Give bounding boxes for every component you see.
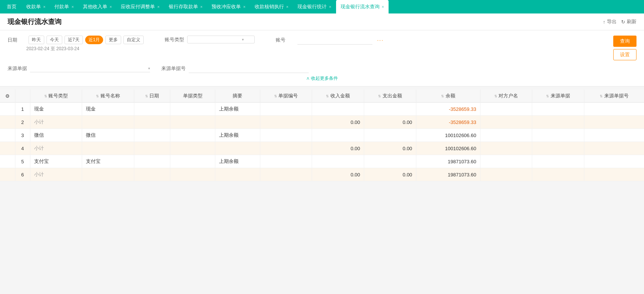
- col-date[interactable]: ⇅ 日期: [134, 90, 170, 103]
- cell-doc-type: [170, 116, 215, 129]
- date-btn-7days[interactable]: 近7天: [65, 36, 83, 44]
- col-expense[interactable]: ⇅ 支出金额: [364, 90, 416, 103]
- col-doc-no[interactable]: ⇅ 单据编号: [260, 90, 312, 103]
- gear-icon: ⚙: [5, 93, 10, 99]
- date-btn-yesterday[interactable]: 昨天: [29, 36, 44, 44]
- cell-doc-type: [170, 168, 215, 181]
- close-icon[interactable]: ×: [71, 4, 74, 9]
- cell-doc-no: [260, 168, 312, 181]
- cell-source-doc-no: [584, 103, 644, 116]
- account-no-ellipsis[interactable]: ···: [375, 37, 385, 43]
- col-doc-type: 单据类型: [170, 90, 215, 103]
- cell-counterpart: [480, 103, 532, 116]
- cell-account-name: 微信: [82, 129, 134, 142]
- refresh-icon: ↻: [621, 19, 625, 25]
- nav-item-5[interactable]: 预收冲应收单 ×: [207, 0, 250, 13]
- cell-counterpart: [480, 129, 532, 142]
- cell-income: 0.00: [312, 142, 364, 155]
- nav-item-0[interactable]: 收款单 ×: [22, 0, 50, 13]
- col-account-type[interactable]: ⇅ 账号类型: [30, 90, 82, 103]
- settings-button[interactable]: 设置: [613, 49, 636, 60]
- col-counterpart[interactable]: ⇅ 对方户名: [480, 90, 532, 103]
- cell-source-doc: [532, 103, 584, 116]
- cell-source-doc-no: [584, 116, 644, 129]
- cell-summary: [215, 142, 260, 155]
- sort-icon: ⇅: [378, 94, 381, 98]
- close-icon[interactable]: ×: [110, 4, 112, 9]
- col-summary: 摘要: [215, 90, 260, 103]
- action-buttons: 查询 设置: [613, 36, 636, 60]
- cell-settings: [0, 155, 15, 168]
- source-doc-label: 来源单据: [8, 65, 27, 72]
- close-icon[interactable]: ×: [43, 4, 45, 9]
- source-doc-no-label: 来源单据号: [161, 65, 186, 72]
- cell-num: 4: [15, 142, 30, 155]
- nav-item-4[interactable]: 银行存取款单 ×: [164, 0, 207, 13]
- source-doc-filter: 来源单据 ▾: [8, 65, 150, 72]
- sort-icon: ⇅: [44, 94, 47, 98]
- cell-counterpart: [480, 142, 532, 155]
- col-income[interactable]: ⇅ 收入金额: [312, 90, 364, 103]
- sort-icon: ⇅: [600, 94, 603, 98]
- cell-counterpart: [480, 168, 532, 181]
- cell-balance: 19871073.60: [416, 168, 480, 181]
- nav-item-2[interactable]: 其他收入单 ×: [78, 0, 116, 13]
- cell-account-type: 支付宝: [30, 155, 82, 168]
- close-icon[interactable]: ×: [329, 4, 331, 9]
- source-doc-no-input[interactable]: [189, 64, 309, 73]
- date-btn-custom[interactable]: 自定义: [123, 36, 144, 44]
- account-type-filter: 账号类型 ▾: [165, 36, 255, 43]
- sort-icon: ⇅: [96, 94, 99, 98]
- cell-source-doc-no: [584, 168, 644, 181]
- collapse-label: 收起更多条件: [311, 76, 338, 81]
- cell-balance: -3528659.33: [416, 103, 480, 116]
- query-button[interactable]: 查询: [613, 36, 636, 47]
- sort-icon: ⇅: [494, 94, 497, 98]
- table-row: 2小计0.000.00-3528659.33: [0, 116, 644, 129]
- export-button[interactable]: ↑ 导出: [603, 18, 617, 25]
- nav-item-1[interactable]: 付款单 ×: [50, 0, 78, 13]
- col-balance[interactable]: ⇅ 余额: [416, 90, 480, 103]
- account-type-select[interactable]: ▾: [187, 36, 255, 43]
- close-icon[interactable]: ×: [157, 4, 159, 9]
- date-btn-more[interactable]: 更多: [105, 36, 121, 44]
- cell-account-type: 现金: [30, 103, 82, 116]
- cell-date: [134, 168, 170, 181]
- top-nav: 首页 收款单 × 付款单 × 其他收入单 × 应收应付调整单 × 银行存取款单 …: [0, 0, 644, 13]
- cell-doc-no: [260, 155, 312, 168]
- cell-summary: 上期余额: [215, 129, 260, 142]
- cell-expense: [364, 129, 416, 142]
- close-icon[interactable]: ×: [243, 4, 245, 9]
- refresh-button[interactable]: ↻ 刷新: [621, 18, 636, 25]
- cell-account-type: 小计: [30, 116, 82, 129]
- close-icon[interactable]: ×: [286, 4, 288, 9]
- source-doc-select[interactable]: ▾: [30, 65, 150, 72]
- nav-item-3[interactable]: 应收应付调整单 ×: [116, 0, 164, 13]
- account-type-label: 账号类型: [165, 36, 184, 43]
- cell-doc-no: [260, 142, 312, 155]
- col-source-doc-no[interactable]: ⇅ 来源单据号: [584, 90, 644, 103]
- account-no-input[interactable]: [297, 36, 372, 45]
- date-btn-1month[interactable]: 近1月: [85, 36, 104, 44]
- close-icon[interactable]: ×: [382, 4, 384, 9]
- cell-summary: 上期余额: [215, 103, 260, 116]
- cell-income: [312, 129, 364, 142]
- cell-date: [134, 103, 170, 116]
- chevron-down-icon: ▾: [242, 37, 244, 42]
- collapse-bar[interactable]: ∧ 收起更多条件: [8, 73, 636, 82]
- cell-counterpart: [480, 116, 532, 129]
- account-no-label: 账号: [276, 37, 294, 43]
- col-account-name[interactable]: ⇅ 账号名称: [82, 90, 134, 103]
- col-source-doc[interactable]: ⇅ 来源单据: [532, 90, 584, 103]
- nav-home[interactable]: 首页: [2, 0, 22, 13]
- nav-item-6[interactable]: 收款核销执行 ×: [250, 0, 293, 13]
- cell-balance: 100102606.60: [416, 142, 480, 155]
- date-btn-today[interactable]: 今天: [47, 36, 62, 44]
- nav-item-8[interactable]: 现金银行流水查询 ×: [336, 0, 389, 13]
- cell-source-doc: [532, 116, 584, 129]
- col-settings[interactable]: ⚙: [0, 90, 15, 103]
- header-actions: ↑ 导出 ↻ 刷新: [603, 18, 637, 25]
- nav-item-7[interactable]: 现金银行统计 ×: [293, 0, 336, 13]
- source-filter-row: 来源单据 ▾ 来源单据号: [8, 64, 636, 73]
- close-icon[interactable]: ×: [200, 4, 203, 9]
